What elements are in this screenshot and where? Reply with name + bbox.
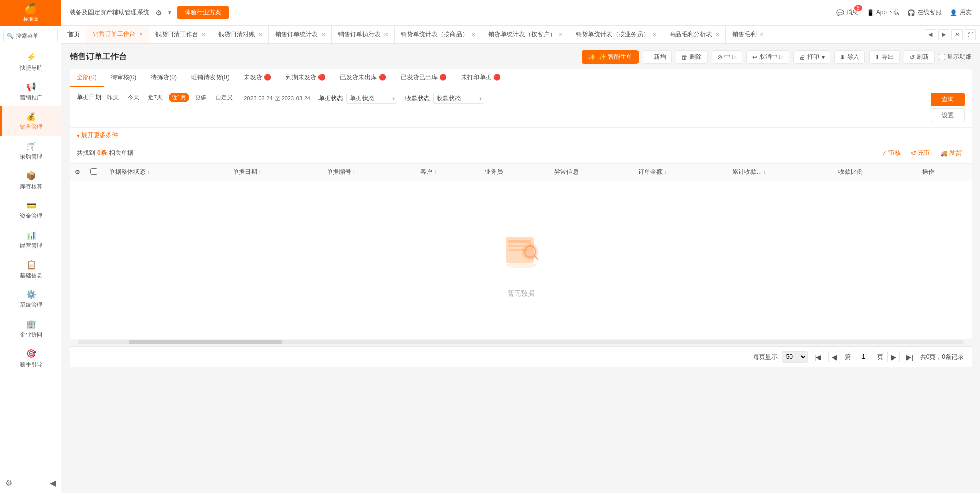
tab-close-icon[interactable]: ✕ [258,32,262,37]
col-checkbox[interactable] [85,164,104,181]
tab-close-icon[interactable]: ✕ [139,31,143,37]
delete-button[interactable]: 🗑 删除 [676,50,708,64]
tab-scroll-right-button[interactable]: ▶ [938,29,949,40]
show-detail-checkbox[interactable] [939,54,945,60]
col-date[interactable]: 单据日期↕ [227,164,322,181]
tab-sales-exec[interactable]: 销售订单执行表 ✕ [332,26,395,44]
revoke-button[interactable]: ↺ 充审 [908,147,933,159]
horizontal-scrollbar[interactable] [70,340,972,346]
prev-page-button[interactable]: ◀ [828,351,840,363]
filter-tab-shipped-outbound[interactable]: 已发货已出库 🔴 [394,69,454,87]
online-service-button[interactable]: 🎧 在线客服 [907,8,942,17]
tab-close-icon[interactable]: ✕ [321,32,325,37]
next-page-button[interactable]: ▶ [887,351,900,363]
filter-tab-all[interactable]: 全部(0) [70,69,104,87]
tab-cash-daily[interactable]: 钱货日清工作台 ✕ [149,26,212,44]
tab-close-icon[interactable]: ✕ [652,32,656,37]
tab-scroll-left-button[interactable]: ◀ [925,29,936,40]
print-button[interactable]: 🖨 打印 ▾ [793,50,830,64]
tab-close-icon[interactable]: ✕ [471,32,475,37]
page-size-select[interactable]: 50 10 20 100 [782,351,808,363]
tab-close-icon[interactable]: ✕ [760,32,764,37]
approve-button[interactable]: ✓ 审核 [879,147,904,159]
tab-close-icon[interactable]: ✕ [201,32,206,37]
query-button[interactable]: 查询 [931,93,965,106]
sidebar-logo[interactable]: 🍊 标准版 [0,0,61,26]
sidebar-item-purchase[interactable]: 🛒 采购管理 [0,136,61,166]
sidebar-item-guide[interactable]: 🎯 新手引导 [0,344,61,373]
page-number-input[interactable] [855,351,873,363]
tab-home[interactable]: 首页 [61,26,86,44]
system-dropdown-button[interactable]: ▾ [168,9,171,16]
tab-close-all-button[interactable]: ✕ [951,29,963,40]
industry-solution-button[interactable]: 体验行业方案 [177,6,229,19]
sidebar-item-system[interactable]: ⚙️ 系统管理 [0,284,61,314]
show-detail-toggle[interactable]: 显示明细 [939,53,972,61]
col-staff[interactable]: 业务员 [480,164,549,181]
sidebar-item-operations[interactable]: 📊 经营管理 [0,225,61,255]
add-button[interactable]: + 新增 [643,50,672,64]
date-btn-yesterday[interactable]: 昨天 [104,93,122,102]
last-page-button[interactable]: ▶| [904,351,916,363]
export-button[interactable]: ⬆ 导出 [869,50,900,64]
search-menu-button[interactable]: 🔍 搜索菜单 [3,30,58,42]
filter-tab-pending-review[interactable]: 待审核(0) [104,69,144,87]
filter-tab-pending-inspect[interactable]: 待拣货(0) [144,69,184,87]
sidebar-item-quick-nav[interactable]: ⚡ 快捷导航 [0,47,61,77]
expand-filter-button[interactable]: ▾ 展开更多条件 [77,131,965,140]
first-page-button[interactable]: |◀ [812,351,824,363]
tab-cargo-stat-customer[interactable]: 销货单统计表（按客户） ✕ [482,26,569,44]
collapse-button[interactable]: ◀ [50,478,56,488]
date-btn-more[interactable]: 更多 [192,93,210,102]
sidebar-item-marketing[interactable]: 📢 营销推广 [0,77,61,106]
tab-cargo-stat-staff[interactable]: 销货单统计表（按业务员） ✕ [569,26,663,44]
tab-close-icon[interactable]: ✕ [559,32,563,37]
filter-tab-not-printed[interactable]: 未打印单据 🔴 [454,69,508,87]
tab-close-icon[interactable]: ✕ [715,32,719,37]
select-all-checkbox[interactable] [90,168,97,175]
deliver-button[interactable]: 🚚 发货 [937,147,965,159]
tab-cash-reconcile[interactable]: 钱货日清对账 ✕ [212,26,269,44]
app-download-button[interactable]: 📱 App下载 [867,8,899,17]
sidebar-item-finance[interactable]: 💳 资金管理 [0,195,61,225]
filter-tab-shipped-not-outbound[interactable]: 已发货未出库 🔴 [333,69,393,87]
date-btn-today[interactable]: 今天 [125,93,142,102]
col-received[interactable]: 累计收款...↕ [727,164,833,181]
user-menu-button[interactable]: 👤 用友 [950,8,972,17]
tab-sales-sum[interactable]: 销售毛利 ✕ [726,26,770,44]
tab-close-icon[interactable]: ✕ [384,32,388,37]
tab-sales-stat[interactable]: 销售订单统计表 ✕ [269,26,332,44]
date-btn-custom[interactable]: 自定义 [213,93,236,102]
refresh-button[interactable]: ↺ 刷新 [904,50,935,64]
sidebar-item-inventory[interactable]: 📦 库存核算 [0,166,61,195]
system-settings-button[interactable]: ⚙ [155,9,162,17]
sidebar-item-sales[interactable]: 💰 销售管理 [0,106,61,136]
set-button[interactable]: 设置 [931,108,965,122]
import-button[interactable]: ⬇ 导入 [834,50,865,64]
tab-cargo-stat-product[interactable]: 销货单统计表（按商品） ✕ [395,26,482,44]
messages-button[interactable]: 💬 消息 6 [836,8,858,17]
col-number[interactable]: 单据编号↕ [322,164,416,181]
col-settings[interactable]: ⚙ [70,164,85,181]
col-customer[interactable]: 客户↕ [415,164,480,181]
filter-tab-overdue-not-shipped[interactable]: 到期未发货 🔴 [279,69,333,87]
header-actions: 💬 消息 6 📱 App下载 🎧 在线客服 👤 用友 [836,8,972,17]
status-select[interactable]: 单据状态 [346,93,397,104]
col-amount[interactable]: 订单金额↕ [633,164,727,181]
service-icon: 🎧 [907,9,915,16]
tab-gross-margin[interactable]: 商品毛利分析表 ✕ [663,26,726,44]
smart-create-button[interactable]: ✨ ✨ 智能生单 [582,50,639,64]
filter-tab-wangpu-deliver[interactable]: 旺铺待发货(0) [184,69,237,87]
sidebar-item-base-info[interactable]: 📋 基础信息 [0,255,61,284]
scrollbar-thumb[interactable] [129,340,282,344]
date-btn-1month[interactable]: 近1月 [169,93,189,102]
tab-fullscreen-button[interactable]: ⛶ [965,29,976,40]
filter-tab-not-shipped[interactable]: 未发货 🔴 [237,69,279,87]
tab-sales-workbench[interactable]: 销售订单工作台 ✕ [86,26,149,44]
date-btn-7days[interactable]: 近7天 [145,93,166,102]
sidebar-item-enterprise[interactable]: 🏢 企业协同 [0,314,61,344]
cancel-stop-button[interactable]: ↩ 取消中止 [746,50,789,64]
stop-button[interactable]: ⊘ 中止 [712,50,742,64]
payment-select[interactable]: 收款状态 [433,93,484,104]
settings-button[interactable]: ⚙ [5,478,12,488]
